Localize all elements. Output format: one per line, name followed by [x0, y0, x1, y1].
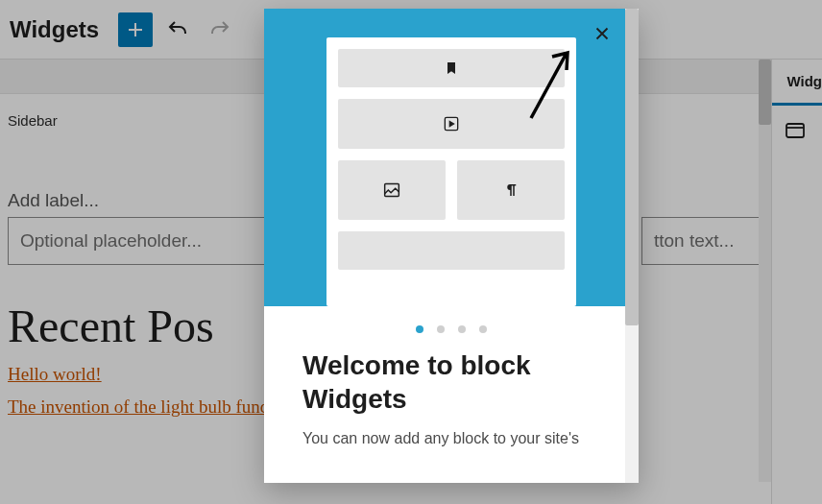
bookmark-icon — [444, 60, 459, 77]
close-button[interactable] — [587, 18, 617, 49]
welcome-illustration — [264, 9, 639, 306]
paragraph-icon — [502, 180, 520, 200]
arrow-icon — [521, 47, 579, 124]
modal-body-text: You can now add any block to your site's — [264, 420, 639, 449]
scrollbar-thumb[interactable] — [625, 9, 639, 325]
play-icon — [442, 114, 461, 133]
modal-heading: Welcome to block Widgets — [264, 343, 639, 420]
image-icon — [381, 180, 402, 201]
dot-2[interactable] — [437, 325, 445, 333]
close-icon — [592, 23, 613, 44]
modal-scrollbar[interactable] — [625, 9, 639, 483]
dot-3[interactable] — [458, 325, 466, 333]
pagination-dots — [264, 306, 639, 343]
dot-4[interactable] — [479, 325, 487, 333]
dot-1[interactable] — [416, 325, 423, 333]
welcome-modal: Welcome to block Widgets You can now add… — [264, 9, 639, 483]
